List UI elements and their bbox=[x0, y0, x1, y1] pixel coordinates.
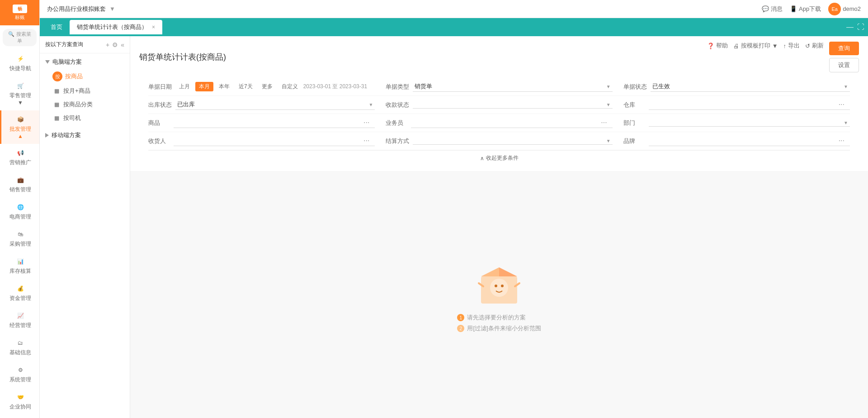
salesman-dots[interactable]: ··· bbox=[597, 119, 610, 127]
tip1-text: 请先选择要分析的方案 bbox=[467, 314, 526, 322]
scheme-item-by-category[interactable]: ▦ 按商品分类 bbox=[40, 98, 130, 111]
collapse-up-icon: ∧ bbox=[480, 155, 484, 162]
filter-receipt-status: 收款状态 ▼ bbox=[386, 101, 612, 109]
scheme-group-mobile-header[interactable]: 移动端方案 bbox=[40, 128, 130, 142]
product-dots[interactable]: ··· bbox=[360, 119, 373, 127]
wholesale-icon: 📦 bbox=[16, 115, 25, 124]
brand-select[interactable]: ··· bbox=[649, 136, 850, 146]
scheme-item-by-month-product[interactable]: ▦ 按月+商品 bbox=[40, 84, 130, 98]
date-custom[interactable]: 自定义 bbox=[278, 82, 302, 91]
warehouse-dots[interactable]: ··· bbox=[835, 100, 848, 109]
scheme-collapse-btn[interactable]: « bbox=[121, 41, 124, 48]
warehouse-select[interactable]: ··· bbox=[649, 100, 850, 110]
scheme-item-by-product[interactable]: 按 按商品 bbox=[40, 69, 130, 84]
page-title-row: 销货单统计计表(按商品) ❓ 帮助 🖨 按模板打印 ▼ bbox=[139, 42, 859, 72]
avatar: Ea bbox=[828, 3, 841, 15]
date-last-month[interactable]: 上月 bbox=[175, 82, 193, 91]
sidebar-item-finance[interactable]: 💰 资金管理 bbox=[0, 280, 39, 307]
logo-icon: 畅 bbox=[13, 5, 27, 13]
print-template-btn[interactable]: 🖨 按模板打印 ▼ bbox=[733, 42, 778, 50]
date-this-month[interactable]: 本月 bbox=[195, 82, 213, 91]
brand-label: 品牌 bbox=[623, 137, 645, 145]
scheme-item-by-driver[interactable]: ▦ 按司机 bbox=[40, 111, 130, 125]
sidebar-item-system[interactable]: ⚙ 系统管理 bbox=[0, 361, 39, 388]
tab-actions: — ⛶ bbox=[846, 23, 864, 31]
date-options: 上月 本月 本年 近7天 更多 自定义 2023-03-01 至 2023-03… bbox=[175, 82, 367, 91]
sidebar-item-basic[interactable]: 🗂 基础信息 bbox=[0, 334, 39, 361]
warehouse-out-select[interactable]: 已出库 ▼ bbox=[175, 100, 375, 110]
svg-point-5 bbox=[501, 285, 504, 287]
brand-dots[interactable]: ··· bbox=[835, 137, 848, 145]
sidebar-item-purchase[interactable]: 🛍 采购管理 bbox=[0, 225, 39, 252]
purchase-icon: 🛍 bbox=[16, 230, 25, 239]
collapse-filters-btn[interactable]: ∧ 收起更多条件 bbox=[148, 150, 850, 166]
date-more[interactable]: 更多 bbox=[258, 82, 276, 91]
sidebar-item-sales[interactable]: 💼 销售管理 bbox=[0, 171, 39, 198]
doc-status-select[interactable]: 已生效 ▼ bbox=[651, 81, 850, 92]
sidebar-item-retail[interactable]: 🛒 零售管理 ▼ bbox=[0, 77, 39, 110]
sidebar-item-marketing[interactable]: 📢 营销推广 bbox=[0, 144, 39, 171]
search-menu-label: 搜索菜单 bbox=[16, 31, 31, 43]
sidebar-item-operations[interactable]: 📈 经营管理 bbox=[0, 307, 39, 334]
help-btn[interactable]: ❓ 帮助 bbox=[707, 42, 728, 50]
tab-expand-btn[interactable]: ⛶ bbox=[857, 23, 864, 31]
message-btn[interactable]: 💬 消息 bbox=[762, 5, 783, 13]
search-menu[interactable]: 🔍 搜索菜单 bbox=[3, 29, 37, 46]
date-7days[interactable]: 近7天 bbox=[235, 82, 256, 91]
receipt-status-select[interactable]: ▼ bbox=[413, 101, 612, 109]
template-selector[interactable]: 办公用品行业模拟账套 bbox=[47, 5, 106, 13]
settlement-label: 结算方式 bbox=[386, 137, 409, 145]
quick-nav-icon: ⚡ bbox=[16, 54, 25, 63]
sidebar-item-ecommerce[interactable]: 🌐 电商管理 bbox=[0, 198, 39, 225]
sidebar-item-enterprise[interactable]: 🤝 企业协同 bbox=[0, 388, 39, 415]
logo-text: 标账 bbox=[15, 14, 25, 21]
svg-marker-2 bbox=[499, 267, 517, 276]
settlement-select[interactable]: ▼ bbox=[413, 138, 612, 145]
empty-tips: 1 请先选择要分析的方案 2 用[过滤]条件来缩小分析范围 bbox=[457, 314, 541, 335]
doc-type-select[interactable]: 销货单 ▼ bbox=[413, 81, 612, 92]
export-btn[interactable]: ↑ 导出 bbox=[783, 42, 800, 50]
scheme-settings-btn[interactable]: ⚙ bbox=[112, 41, 118, 48]
scheme-item-icon-2: ▦ bbox=[52, 100, 61, 109]
filter-row-4: 收货人 ··· 结算方式 ▼ bbox=[148, 132, 850, 150]
tab-active[interactable]: 销货单统计计表（按商品） × bbox=[70, 20, 162, 34]
date-this-year[interactable]: 本年 bbox=[215, 82, 233, 91]
warehouse-out-arrow: ▼ bbox=[368, 102, 373, 107]
tab-home[interactable]: 首页 bbox=[43, 20, 70, 34]
date-range-display: 2023-03-01 至 2023-03-31 bbox=[303, 83, 367, 90]
scheme-item-by-driver-label: 按司机 bbox=[63, 114, 81, 122]
refresh-btn[interactable]: ↺ 刷新 bbox=[805, 42, 824, 50]
retail-icon: 🛒 bbox=[16, 81, 25, 90]
scheme-active-icon: 按 bbox=[52, 71, 62, 81]
department-select[interactable]: ▼ bbox=[649, 119, 850, 127]
app-download-btn[interactable]: 📱 App下载 bbox=[790, 5, 821, 13]
scheme-item-by-category-label: 按商品分类 bbox=[63, 100, 93, 109]
product-select[interactable]: ··· bbox=[174, 118, 375, 128]
sidebar-item-inventory[interactable]: 📊 库存核算 bbox=[0, 252, 39, 280]
receiver-dots[interactable]: ··· bbox=[360, 137, 373, 145]
tip2-text: 用[过滤]条件来缩小分析范围 bbox=[467, 324, 541, 332]
sidebar-item-guide[interactable]: 📋 新手引导 bbox=[0, 415, 39, 418]
doc-status-value: 已生效 bbox=[652, 82, 842, 90]
sidebar-quick-nav[interactable]: ⚡ 快捷导航 bbox=[0, 50, 39, 77]
enterprise-label: 企业协同 bbox=[9, 403, 31, 411]
receiver-select[interactable]: ··· bbox=[174, 136, 375, 146]
help-icon: ❓ bbox=[707, 43, 714, 49]
scheme-item-icon-1: ▦ bbox=[52, 87, 61, 95]
query-btn[interactable]: 查询 bbox=[829, 42, 859, 55]
sidebar-item-wholesale[interactable]: 📦 批发管理 ▲ bbox=[0, 110, 39, 144]
tab-minimize-btn[interactable]: — bbox=[846, 23, 854, 31]
doc-status-arrow: ▼ bbox=[844, 84, 848, 89]
tab-bar: 首页 销货单统计计表（按商品） × — ⛶ bbox=[40, 18, 868, 36]
wholesale-label: 批发管理 bbox=[9, 125, 31, 133]
salesman-select[interactable]: ··· bbox=[411, 118, 612, 128]
scheme-add-btn[interactable]: + bbox=[106, 41, 109, 48]
scheme-group-desktop-header[interactable]: 电脑端方案 bbox=[40, 55, 130, 69]
refresh-icon: ↺ bbox=[805, 43, 810, 49]
sales-icon: 💼 bbox=[16, 176, 25, 185]
settings-btn[interactable]: 设置 bbox=[829, 58, 859, 72]
avatar-text: Ea bbox=[832, 6, 838, 12]
user-menu[interactable]: Ea demo2 bbox=[828, 3, 861, 15]
main-right: 销货单统计计表(按商品) ❓ 帮助 🖨 按模板打印 ▼ bbox=[130, 36, 868, 418]
tab-close-btn[interactable]: × bbox=[152, 24, 155, 30]
